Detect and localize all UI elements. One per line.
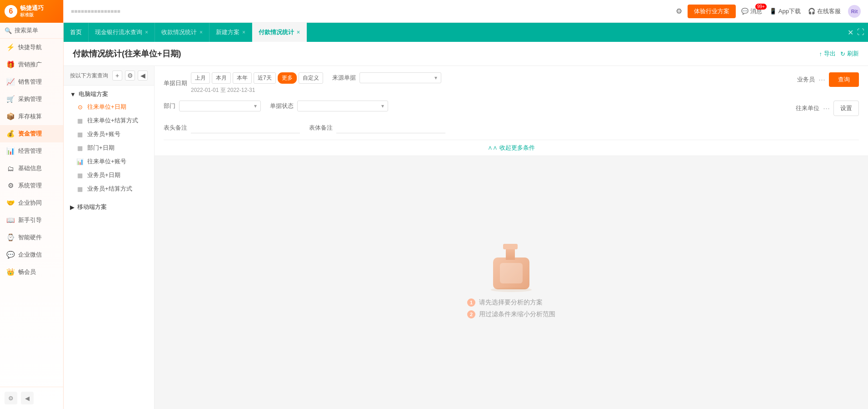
tab-new-plan[interactable]: 新建方案×: [210, 23, 252, 42]
collapse-filter-btn[interactable]: ∧∧ 收起更多条件: [164, 140, 859, 156]
scheme-item-dept-date[interactable]: ▦部门+日期: [64, 141, 154, 155]
scheme-item-staff-settle[interactable]: ▦业务员+结算方式: [64, 182, 154, 196]
voucher-arrow: ▾: [381, 103, 384, 109]
source-select[interactable]: ▾: [359, 72, 441, 83]
filter-staff-item: 业务员 ··· 查询: [797, 72, 859, 87]
service-label: 在线客服: [817, 7, 841, 15]
sidebar-item-sales[interactable]: 📈销售管理: [0, 73, 63, 91]
search-menu[interactable]: 🔍 搜索菜单: [0, 23, 63, 39]
refresh-label: 刷新: [847, 50, 859, 58]
export-btn[interactable]: ↑ 导出: [819, 50, 836, 58]
sidebar-label-weixin: 企业微信: [18, 251, 42, 259]
page-actions: ↑ 导出 ↻ 刷新: [819, 50, 859, 58]
staff-dots[interactable]: ···: [818, 75, 825, 85]
tab-home[interactable]: 首页: [64, 23, 89, 42]
topbar-settings-icon[interactable]: ⚙: [676, 7, 682, 15]
online-service-btn[interactable]: 🎧 在线客服: [808, 7, 841, 15]
sidebar-item-member[interactable]: 👑畅会员: [0, 263, 63, 281]
tab-bank[interactable]: 现金银行流水查询×: [89, 23, 155, 42]
app-icon: 📱: [769, 8, 777, 15]
date-btn-last-month[interactable]: 上月: [191, 72, 210, 84]
export-label: 导出: [824, 50, 836, 58]
scheme-group-title-desktop[interactable]: ▼电脑端方案: [64, 88, 154, 100]
scheme-item-partner-settle[interactable]: ▦往来单位+结算方式: [64, 114, 154, 127]
sidebar-item-marketing[interactable]: 🎁营销推广: [0, 56, 63, 73]
message-btn[interactable]: 💬 消息 99+: [741, 7, 762, 15]
group-arrow-desktop: ▼: [70, 91, 76, 98]
app-download-btn[interactable]: 📱 App下载: [769, 7, 801, 15]
filter-area: 单据日期 上月本月本年近7天更多自定义 2022-01-01 至 2022-12…: [155, 66, 868, 156]
voucher-select[interactable]: ▾: [297, 101, 388, 111]
sidebar: 6 畅捷通巧 标准版 🔍 搜索菜单 ⚡快捷导航🎁营销推广📈销售管理🛒采购管理📦库…: [0, 0, 64, 409]
date-btn-this-year[interactable]: 本年: [233, 72, 252, 84]
scheme-collapse-btn[interactable]: ◀: [138, 71, 148, 81]
filter-date-item: 单据日期 上月本月本年近7天更多自定义 2022-01-01 至 2022-12…: [164, 72, 323, 94]
sidebar-item-finance[interactable]: 💰资金管理: [0, 125, 63, 142]
footer-collapse-btn[interactable]: ◀: [21, 392, 34, 404]
sidebar-nav: ⚡快捷导航🎁营销推广📈销售管理🛒采购管理📦库存核算💰资金管理📊经营管理🗂基础信息…: [0, 39, 63, 387]
date-btn-custom[interactable]: 自定义: [299, 72, 323, 84]
avatar-text: Rit: [851, 9, 858, 14]
sidebar-item-weixin[interactable]: 💬企业微信: [0, 246, 63, 263]
expand-icon[interactable]: ⛶: [857, 28, 864, 36]
scheme-item-partner-account[interactable]: 📊往来单位+账号: [64, 155, 154, 168]
tabbar-actions: ✕ ⛶: [844, 23, 868, 42]
sidebar-item-guide[interactable]: 📖新手引导: [0, 212, 63, 229]
sidebar-item-operation[interactable]: 📊经营管理: [0, 142, 63, 160]
tab-close-new-plan[interactable]: ×: [242, 29, 245, 35]
tab-receipt[interactable]: 收款情况统计×: [155, 23, 210, 42]
tab-close-payment[interactable]: ×: [297, 29, 300, 35]
page-header: 付款情况统计(往来单位+日期) ↑ 导出 ↻ 刷新: [64, 42, 868, 66]
sidebar-item-basic[interactable]: 🗂基础信息: [0, 160, 63, 177]
date-btn-this-month[interactable]: 本月: [212, 72, 231, 84]
tab-payment[interactable]: 付款情况统计×: [252, 23, 307, 42]
scheme-item-partner-date[interactable]: ⊙往来单位+日期: [64, 100, 154, 114]
scheme-item-staff-date[interactable]: ▦业务员+日期: [64, 168, 154, 182]
close-all-icon[interactable]: ✕: [848, 28, 853, 37]
sidebar-item-hardware[interactable]: ⌚智能硬件: [0, 229, 63, 246]
sidebar-item-purchase[interactable]: 🛒采购管理: [0, 91, 63, 108]
breadcrumb-text: ■■■■■■■■■■■■■■■: [71, 8, 120, 15]
filter-dept-item: 部门 ▾: [164, 101, 261, 111]
sidebar-item-system[interactable]: ⚙系统管理: [0, 177, 63, 194]
hint2-text: 用过滤条件来缩小分析范围: [479, 310, 555, 318]
sidebar-label-quick-nav: 快捷导航: [18, 43, 42, 51]
partner-dots[interactable]: ···: [823, 104, 830, 113]
sidebar-item-inventory[interactable]: 📦库存核算: [0, 108, 63, 125]
sidebar-icon-hardware: ⌚: [6, 233, 15, 242]
footer-settings-btn[interactable]: ⚙: [5, 392, 17, 404]
trial-button[interactable]: 体验行业方案: [688, 5, 736, 18]
date-btn-last7[interactable]: 近7天: [254, 72, 276, 84]
date-range: 2022-01-01 至 2022-12-31: [191, 86, 323, 94]
user-avatar[interactable]: Rit: [848, 5, 861, 18]
header-note-input[interactable]: [191, 122, 300, 133]
empty-hints: 1 请先选择要分析的方案 2 用过滤条件来缩小分析范围: [467, 298, 555, 322]
filter-row-2: 部门 ▾ 单据状态 ▾: [164, 101, 859, 116]
scheme-group-title-mobile[interactable]: ▶移动端方案: [64, 201, 154, 213]
sidebar-item-enterprise[interactable]: 🤝企业协同: [0, 194, 63, 212]
scheme-label-dept-date: 部门+日期: [87, 144, 115, 152]
scheme-item-staff-account[interactable]: ▦业务员+账号: [64, 127, 154, 141]
refresh-btn[interactable]: ↻ 刷新: [840, 50, 859, 58]
query-btn[interactable]: 查询: [829, 72, 859, 87]
tab-label-receipt: 收款情况统计: [161, 28, 197, 36]
sidebar-item-quick-nav[interactable]: ⚡快捷导航: [0, 39, 63, 56]
filter-body-note-item: 表体备注: [309, 122, 445, 133]
tab-close-bank[interactable]: ×: [145, 29, 148, 35]
scheme-label-staff-account: 业务员+账号: [87, 130, 120, 138]
sidebar-icon-enterprise: 🤝: [6, 199, 15, 207]
sidebar-icon-basic: 🗂: [6, 165, 15, 172]
dept-select[interactable]: ▾: [179, 101, 261, 111]
date-btn-more[interactable]: 更多: [278, 72, 297, 84]
scheme-settings-btn[interactable]: ⚙: [125, 71, 135, 81]
scheme-label-staff-settle: 业务员+结算方式: [87, 185, 132, 193]
settings-btn[interactable]: 设置: [833, 101, 859, 116]
sidebar-logo: 6 畅捷通巧 标准版: [0, 0, 63, 23]
dept-label: 部门: [164, 102, 175, 110]
tab-close-receipt[interactable]: ×: [200, 29, 203, 35]
tabbar: 首页现金银行流水查询×收款情况统计×新建方案×付款情况统计× ✕ ⛶: [64, 23, 868, 42]
results-area: 1 请先选择要分析的方案 2 用过滤条件来缩小分析范围: [155, 156, 868, 409]
body-note-input[interactable]: [336, 122, 445, 133]
scheme-icon-partner-account: 📊: [76, 158, 84, 165]
add-scheme-btn[interactable]: +: [112, 71, 122, 81]
